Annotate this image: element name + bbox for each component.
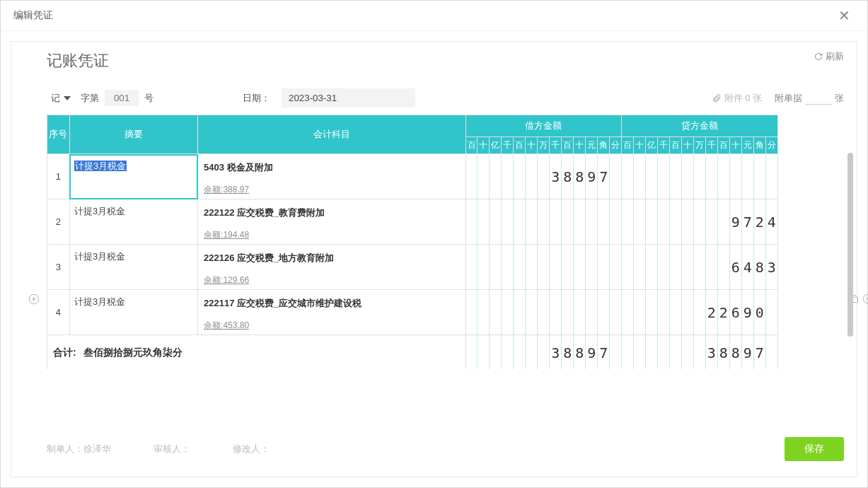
debit-digit[interactable]	[610, 199, 622, 245]
credit-digit[interactable]	[646, 199, 658, 245]
credit-digit[interactable]: 3	[765, 245, 777, 290]
debit-digit[interactable]	[586, 245, 598, 290]
voucher-word-select[interactable]: 记	[47, 89, 75, 108]
debit-digit[interactable]	[562, 199, 574, 245]
credit-digit[interactable]	[622, 199, 634, 245]
credit-digit[interactable]: 2	[705, 290, 717, 335]
credit-digit[interactable]	[765, 154, 777, 199]
credit-digit[interactable]: 6	[729, 245, 741, 290]
table-row[interactable]: 2计提3月税金222122 应交税费_教育费附加余额:194.489724	[47, 199, 778, 245]
debit-digit[interactable]	[610, 290, 622, 335]
summary-cell[interactable]: 计提3月税金	[69, 245, 197, 290]
debit-digit[interactable]	[610, 154, 622, 199]
debit-digit[interactable]	[502, 290, 514, 335]
credit-digit[interactable]	[741, 154, 753, 199]
debit-digit[interactable]	[574, 199, 586, 245]
debit-digit[interactable]	[514, 245, 526, 290]
credit-digit[interactable]	[681, 154, 693, 199]
credit-digit[interactable]	[693, 154, 705, 199]
credit-digit[interactable]	[693, 290, 705, 335]
summary-cell[interactable]: 计提3月税金	[69, 199, 197, 245]
credit-digit[interactable]	[658, 290, 670, 335]
debit-digit[interactable]: 8	[562, 154, 574, 199]
credit-digit[interactable]	[681, 199, 693, 245]
debit-digit[interactable]	[550, 199, 562, 245]
credit-digit[interactable]: 4	[741, 245, 753, 290]
credit-digit[interactable]	[634, 199, 646, 245]
debit-digit[interactable]	[550, 290, 562, 335]
debit-digit[interactable]	[526, 245, 538, 290]
debit-digit[interactable]	[514, 290, 526, 335]
debit-digit[interactable]	[526, 290, 538, 335]
summary-cell[interactable]: 计提3月税金	[69, 290, 197, 335]
add-row-button[interactable]	[24, 294, 44, 305]
debit-digit[interactable]	[465, 154, 478, 199]
debit-digit[interactable]: 9	[586, 154, 598, 199]
credit-digit[interactable]	[669, 245, 681, 290]
credit-digit[interactable]	[669, 290, 681, 335]
debit-digit[interactable]	[490, 245, 502, 290]
close-button[interactable]: ✕	[834, 8, 855, 23]
debit-digit[interactable]	[586, 290, 598, 335]
credit-digit[interactable]: 9	[741, 290, 753, 335]
credit-digit[interactable]: 2	[753, 199, 765, 245]
debit-digit[interactable]	[465, 245, 478, 290]
credit-digit[interactable]	[681, 290, 693, 335]
credit-digit[interactable]	[634, 245, 646, 290]
credit-digit[interactable]	[634, 154, 646, 199]
subject-cell[interactable]: 5403 税金及附加余额:388.97	[198, 154, 465, 199]
debit-digit[interactable]	[502, 199, 514, 245]
debit-digit[interactable]	[490, 154, 502, 199]
debit-digit[interactable]	[502, 245, 514, 290]
debit-digit[interactable]: 3	[550, 154, 562, 199]
debit-digit[interactable]	[478, 245, 490, 290]
debit-digit[interactable]	[465, 290, 478, 335]
subject-cell[interactable]: 222126 应交税费_地方教育附加余额:129.66	[198, 245, 465, 290]
credit-digit[interactable]	[717, 154, 729, 199]
credit-digit[interactable]: 7	[741, 199, 753, 245]
save-button[interactable]: 保存	[785, 437, 844, 461]
debit-digit[interactable]	[478, 154, 490, 199]
debit-digit[interactable]	[574, 290, 586, 335]
credit-digit[interactable]	[705, 199, 717, 245]
delete-row-button[interactable]	[862, 294, 868, 306]
credit-digit[interactable]	[669, 199, 681, 245]
credit-digit[interactable]	[717, 245, 729, 290]
debit-digit[interactable]	[526, 199, 538, 245]
debit-digit[interactable]	[502, 154, 514, 199]
summary-cell[interactable]: 计提3月税金	[69, 154, 197, 199]
debit-digit[interactable]	[538, 199, 550, 245]
debit-digit[interactable]	[538, 290, 550, 335]
table-row[interactable]: 3计提3月税金222126 应交税费_地方教育附加余额:129.666483	[47, 245, 778, 290]
table-row[interactable]: 1计提3月税金5403 税金及附加余额:388.9738897	[47, 154, 778, 199]
credit-digit[interactable]	[753, 154, 765, 199]
credit-digit[interactable]	[705, 245, 717, 290]
credit-digit[interactable]	[765, 290, 777, 335]
debit-digit[interactable]	[562, 290, 574, 335]
credit-digit[interactable]	[717, 199, 729, 245]
credit-digit[interactable]	[658, 199, 670, 245]
debit-digit[interactable]	[490, 199, 502, 245]
credit-digit[interactable]	[622, 290, 634, 335]
credit-digit[interactable]: 2	[717, 290, 729, 335]
subject-cell[interactable]: 222122 应交税费_教育费附加余额:194.48	[198, 199, 465, 245]
credit-digit[interactable]	[693, 245, 705, 290]
debit-digit[interactable]	[598, 199, 610, 245]
credit-digit[interactable]	[658, 154, 670, 199]
credit-digit[interactable]: 9	[729, 199, 741, 245]
debit-digit[interactable]	[586, 199, 598, 245]
table-row[interactable]: 4计提3月税金222117 应交税费_应交城市维护建设税余额:453.80226…	[47, 290, 778, 335]
credit-digit[interactable]	[681, 245, 693, 290]
scrollbar-thumb[interactable]	[847, 153, 853, 337]
subject-cell[interactable]: 222117 应交税费_应交城市维护建设税余额:453.80	[198, 290, 465, 335]
credit-digit[interactable]: 0	[753, 290, 765, 335]
debit-digit[interactable]	[490, 290, 502, 335]
debit-digit[interactable]	[538, 245, 550, 290]
attachment-link[interactable]: 附件 0 张	[712, 92, 762, 105]
debit-digit[interactable]: 7	[598, 154, 610, 199]
credit-digit[interactable]	[658, 245, 670, 290]
credit-digit[interactable]	[646, 290, 658, 335]
credit-digit[interactable]: 4	[765, 199, 777, 245]
debit-digit[interactable]	[538, 154, 550, 199]
voucher-number-input[interactable]	[105, 90, 139, 106]
